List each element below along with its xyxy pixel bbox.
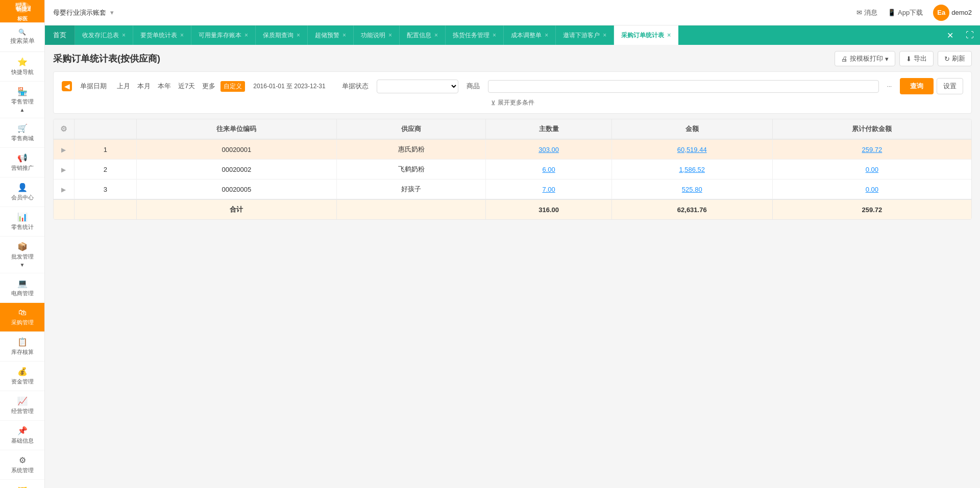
- app-download-button[interactable]: 📱 App下载: [888, 8, 923, 17]
- sidebar-item-system[interactable]: ⚙ 系统管理: [0, 450, 44, 480]
- filter-expand-label: 展开更多条件: [498, 98, 534, 107]
- tab-peizhi-close-icon[interactable]: ×: [434, 32, 438, 39]
- col-amount: 金额: [611, 119, 772, 139]
- sidebar-item-ecommerce[interactable]: 💻 电商管理: [0, 273, 44, 303]
- tab-peizhi[interactable]: 配置信息 ×: [400, 25, 446, 45]
- export-icon: ⬇: [906, 55, 912, 63]
- tab-caigoudindan[interactable]: 采购订单统计表 ×: [614, 25, 678, 45]
- svg-text:好生意: 好生意: [14, 2, 26, 7]
- tab-chengbentiaozheng-close-icon[interactable]: ×: [545, 32, 548, 39]
- sidebar-item-operations[interactable]: 📈 经营管理: [0, 391, 44, 421]
- operations-icon: 📈: [17, 396, 28, 406]
- tab-gongneng-close-icon[interactable]: ×: [388, 32, 392, 39]
- row3-amount[interactable]: 525.80: [611, 179, 772, 200]
- filter-toggle-button[interactable]: ◀: [62, 81, 72, 91]
- top-bar-left: 母婴行业演示账套 ▾: [53, 8, 114, 17]
- tab-pihuorenwu[interactable]: 拣货任务管理 ×: [446, 25, 504, 45]
- search-menu-button[interactable]: 🔍 搜索菜单: [3, 27, 41, 47]
- retail-label: 零售管理: [11, 98, 34, 106]
- sidebar-item-wholesale[interactable]: 📦 批发管理 ▼: [0, 237, 44, 273]
- goods-filter-input[interactable]: [488, 80, 879, 93]
- date-custom-badge[interactable]: 自定义: [220, 81, 245, 92]
- tab-home[interactable]: 首页: [45, 25, 75, 45]
- row2-expand[interactable]: ▶: [54, 160, 74, 179]
- row3-paid-amount[interactable]: 0.00: [772, 179, 971, 200]
- tab-yaoqingxiayouke-close-icon[interactable]: ×: [603, 32, 606, 39]
- tab-yaoqingxiayouke[interactable]: 邀请下游客户 ×: [556, 25, 614, 45]
- tab-baozhi-close-icon[interactable]: ×: [297, 32, 300, 39]
- col-settings: ⚙: [54, 119, 74, 139]
- goods-filter-more-icon[interactable]: ···: [887, 83, 892, 89]
- row2-main-qty[interactable]: 6.00: [486, 160, 611, 179]
- row1-paid-amount[interactable]: 259.72: [772, 139, 971, 160]
- export-button[interactable]: ⬇ 导出: [899, 51, 934, 66]
- date-shortcut-last-month[interactable]: 上月: [115, 81, 132, 92]
- sidebar: 畅捷通 好生意 标医 🔍 搜索菜单 ⭐ 快捷导航 🏪 零售管理 ▲ 🛒 零售商城…: [0, 0, 45, 488]
- tab-restore-button[interactable]: ⛶: [960, 25, 980, 45]
- table-row[interactable]: ▶ 1 00020001 惠氏奶粉 303.00 60,519.44 259.7…: [54, 139, 971, 160]
- filter-expand-button[interactable]: ⊻ 展开更多条件: [491, 98, 534, 107]
- row2-paid-amount[interactable]: 0.00: [772, 160, 971, 179]
- row1-expand[interactable]: ▶: [54, 139, 74, 160]
- tab-yaohuo[interactable]: 要货单统计表 ×: [133, 25, 191, 45]
- goods-filter-label: 商品: [467, 82, 480, 91]
- date-shortcut-this-month[interactable]: 本月: [135, 81, 153, 92]
- tab-baozhi[interactable]: 保质期查询 ×: [256, 25, 308, 45]
- refresh-label: 刷新: [952, 54, 965, 63]
- sidebar-item-retail-mall[interactable]: 🛒 零售商城: [0, 118, 44, 148]
- refresh-button[interactable]: ↻ 刷新: [938, 51, 972, 66]
- sidebar-item-basic-info[interactable]: 📌 基础信息: [0, 421, 44, 450]
- sidebar-item-retail[interactable]: 🏪 零售管理 ▲: [0, 82, 44, 118]
- search-icon: 🔍: [18, 29, 26, 36]
- sidebar-item-finance[interactable]: 💰 资金管理: [0, 362, 44, 391]
- tab-pihuorenwu-close-icon[interactable]: ×: [493, 32, 496, 39]
- table-row[interactable]: ▶ 3 00020005 好孩子 7.00 525.80 0.00: [54, 179, 971, 200]
- date-filter-label: 单据日期: [80, 82, 107, 91]
- row1-amount[interactable]: 60,519.44: [611, 139, 772, 160]
- user-profile-button[interactable]: Ea demo2: [933, 5, 972, 21]
- main-area: 母婴行业演示账套 ▾ ✉ 消息 📱 App下载 Ea demo2 首页: [45, 0, 980, 488]
- tab-chaochuyujing-close-icon[interactable]: ×: [342, 32, 346, 39]
- tab-chengbentiaozheng[interactable]: 成本调整单 ×: [504, 25, 556, 45]
- filter-expand-row: ⊻ 展开更多条件: [62, 98, 963, 107]
- tab-yaohuo-close-icon[interactable]: ×: [180, 32, 184, 39]
- tab-shoufayi-close-icon[interactable]: ×: [122, 32, 126, 39]
- table-footer: 合计 316.00 62,631.76 259.72: [54, 199, 971, 219]
- date-shortcut-this-year[interactable]: 本年: [156, 81, 173, 92]
- row1-main-qty[interactable]: 303.00: [486, 139, 611, 160]
- sidebar-item-purchase[interactable]: 🛍 采购管理: [0, 303, 44, 332]
- template-print-button[interactable]: 🖨 按模板打印 ▾: [835, 51, 895, 66]
- sidebar-item-retail-stats[interactable]: 📊 零售统计: [0, 207, 44, 237]
- data-table-wrapper: ⚙ 往来单位编码 供应商 主数量 金额 累计付款金额 ▶ 1 0002000: [53, 119, 972, 220]
- row3-main-qty[interactable]: 7.00: [486, 179, 611, 200]
- sidebar-item-inventory[interactable]: 📋 库存核算: [0, 332, 44, 362]
- sidebar-item-marketing[interactable]: 📢 营销推广: [0, 148, 44, 177]
- message-button[interactable]: ✉ 消息: [856, 8, 877, 17]
- app-download-label: App下载: [898, 8, 923, 17]
- settings-button[interactable]: 设置: [937, 78, 963, 94]
- template-print-label: 按模板打印: [850, 54, 883, 63]
- tab-caigoudindan-close-icon[interactable]: ×: [667, 32, 671, 39]
- purchase-icon: 🛍: [18, 308, 27, 317]
- column-settings-icon[interactable]: ⚙: [60, 124, 67, 133]
- sidebar-item-enterprise[interactable]: 🤝 企业协同: [0, 480, 44, 488]
- row3-supplier-name: 好孩子: [336, 179, 486, 200]
- sidebar-item-member[interactable]: 👤 会员中心: [0, 177, 44, 207]
- status-filter-select[interactable]: [377, 80, 458, 93]
- tab-keyongliang[interactable]: 可用量库存账本 ×: [191, 25, 256, 45]
- row2-amount[interactable]: 1,586.52: [611, 160, 772, 179]
- row3-expand[interactable]: ▶: [54, 179, 74, 200]
- table-row[interactable]: ▶ 2 00020002 飞鹤奶粉 6.00 1,586.52 0.00: [54, 160, 971, 179]
- sidebar-item-quicknav[interactable]: ⭐ 快捷导航: [0, 52, 44, 82]
- tab-close-all-button[interactable]: ✕: [941, 25, 960, 45]
- tab-gongneng[interactable]: 功能说明 ×: [354, 25, 400, 45]
- date-shortcut-7days[interactable]: 近7天: [176, 81, 197, 92]
- date-shortcut-more[interactable]: 更多: [200, 81, 217, 92]
- tab-peizhi-label: 配置信息: [407, 31, 431, 40]
- tab-keyongliang-close-icon[interactable]: ×: [244, 32, 248, 39]
- query-button[interactable]: 查询: [900, 78, 934, 94]
- tab-chaochuyujing[interactable]: 超储预警 ×: [308, 25, 354, 45]
- tab-pihuorenwu-label: 拣货任务管理: [453, 31, 489, 40]
- industry-dropdown-icon[interactable]: ▾: [110, 9, 114, 16]
- tab-shoufayi[interactable]: 收发存汇总表 ×: [75, 25, 133, 45]
